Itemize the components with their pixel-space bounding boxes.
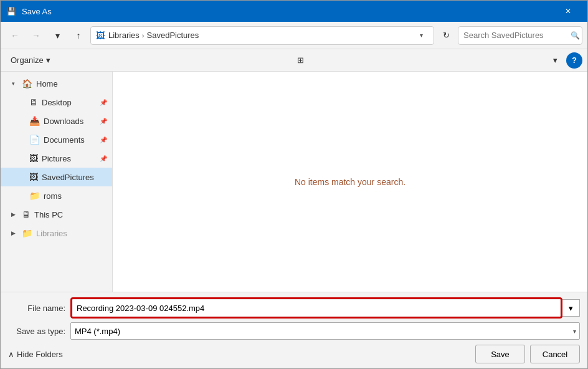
empty-message: No items match your search. [295,177,405,187]
filename-label: File name: [8,304,70,313]
sidebar-item-roms[interactable]: 📁 roms [1,186,112,205]
dropdown-button[interactable]: ▾ [48,26,67,45]
sidebar-item-desktop[interactable]: 🖥 Desktop 📌 [1,93,112,112]
title-bar-icon: 💾 [6,6,17,17]
address-bar[interactable]: 🖼 Libraries › SavedPictures ▾ [90,26,434,45]
forward-button[interactable]: → [27,26,45,45]
breadcrumb-current: SavedPictures [147,31,199,40]
hide-folders-label: Hide Folders [17,350,63,359]
search-icon: 🔍 [571,31,580,40]
refresh-button[interactable]: ↻ [437,26,455,45]
close-button[interactable]: ✕ [554,1,582,22]
file-area: No items match your search. [113,72,587,292]
savedpictures-icon: 🖼 [29,172,38,182]
bottom-panel: File name: ▾ Save as type: MP4 (*.mp4) A… [1,292,587,368]
filename-dropdown[interactable]: ▾ [562,299,580,317]
downloads-icon: 📥 [29,116,40,126]
view-chevron-button[interactable]: ▾ [546,52,564,69]
window-controls: ✕ [554,1,582,22]
view-button[interactable]: ⊞ [292,52,310,69]
saveastype-row: Save as type: MP4 (*.mp4) AVI (*.avi) MK… [8,322,580,340]
roms-icon: 📁 [29,191,40,201]
address-icon: 🖼 [96,31,105,41]
cancel-button[interactable]: Cancel [530,345,580,363]
breadcrumb: Libraries › SavedPictures [108,31,410,40]
saveastype-wrapper: MP4 (*.mp4) AVI (*.avi) MKV (*.mkv) ▾ [70,322,580,340]
breadcrumb-root: Libraries [108,31,140,40]
search-input[interactable] [463,31,568,40]
savedpictures-label: SavedPictures [42,173,94,182]
save-button[interactable]: Save [475,345,525,363]
address-dropdown[interactable]: ▾ [414,28,429,43]
documents-label: Documents [44,135,85,145]
sidebar-item-documents[interactable]: 📄 Documents 📌 [1,130,112,149]
help-button[interactable]: ? [566,52,582,69]
saveastype-label: Save as type: [8,327,70,336]
breadcrumb-sep1: › [142,32,145,39]
sidebar: ▾ 🏠 Home 🖥 Desktop 📌 📥 Downloads 📌 📄 Doc… [1,72,113,292]
expand-thispc-icon: ▶ [8,209,18,219]
expand-libraries-icon: ▶ [8,228,18,238]
app-icon: 💾 [6,7,16,16]
home-icon: 🏠 [22,79,32,89]
filename-row: File name: ▾ [8,297,580,319]
organize-button[interactable]: Organize ▾ [6,52,55,69]
desktop-icon: 🖥 [29,97,38,107]
expand-home-icon: ▾ [8,79,18,89]
sidebar-item-thispc[interactable]: ▶ 🖥 This PC [1,205,112,224]
filename-input[interactable] [73,300,560,316]
thispc-label: This PC [34,210,63,219]
libraries-label: Libraries [36,229,67,238]
organize-chevron: ▾ [46,55,50,65]
dialog-title: Save As [22,7,554,16]
pin-downloads-icon: 📌 [100,118,107,125]
sidebar-item-libraries[interactable]: ▶ 📁 Libraries [1,224,112,242]
sidebar-item-downloads[interactable]: 📥 Downloads 📌 [1,112,112,130]
roms-label: roms [44,191,62,201]
organize-label: Organize [11,55,44,65]
search-box[interactable]: 🔍 [458,26,582,45]
hide-folders-button[interactable]: ∧ Hide Folders [8,350,63,359]
thispc-icon: 🖥 [22,209,31,219]
saveastype-select[interactable]: MP4 (*.mp4) AVI (*.avi) MKV (*.mkv) [70,322,580,340]
pin-documents-icon: 📌 [100,137,107,143]
button-row: ∧ Hide Folders Save Cancel [8,345,580,363]
hide-folders-chevron: ∧ [8,350,14,359]
main-content: ▾ 🏠 Home 🖥 Desktop 📌 📥 Downloads 📌 📄 Doc… [1,72,587,292]
back-button[interactable]: ← [6,26,24,45]
pin-desktop-icon: 📌 [100,99,107,106]
pictures-label: Pictures [42,154,71,163]
libraries-icon: 📁 [22,228,32,238]
filename-highlight [70,297,562,319]
title-bar: 💾 Save As ✕ [1,1,587,22]
pictures-icon: 🖼 [29,153,38,163]
command-bar: Organize ▾ ⊞ ▾ ? [1,49,587,72]
home-label: Home [36,79,58,89]
desktop-label: Desktop [42,98,72,107]
documents-icon: 📄 [29,135,40,145]
pin-pictures-icon: 📌 [100,155,107,162]
toolbar: ← → ▾ ↑ 🖼 Libraries › SavedPictures ▾ ↻ … [1,22,587,49]
sidebar-item-home[interactable]: ▾ 🏠 Home [1,74,112,93]
downloads-label: Downloads [44,117,83,126]
sidebar-item-pictures[interactable]: 🖼 Pictures 📌 [1,149,112,168]
up-button[interactable]: ↑ [69,26,88,45]
sidebar-item-savedpictures[interactable]: 🖼 SavedPictures [1,168,112,186]
